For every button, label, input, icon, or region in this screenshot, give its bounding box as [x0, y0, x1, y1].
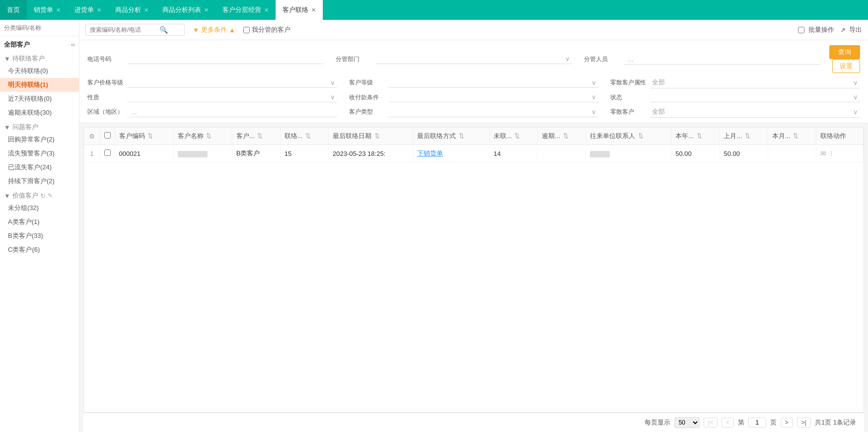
sort-icon[interactable]: ⇅: [206, 132, 212, 140]
customer-type-select[interactable]: ∨: [389, 107, 599, 117]
sidebar-item-today-pending[interactable]: 今天待联络(0): [0, 64, 79, 78]
sidebar-item-churn-warning[interactable]: 流失预警客户(3): [0, 146, 79, 160]
row-no-contact-days: 14: [489, 145, 537, 162]
setting-button[interactable]: 设置: [832, 59, 860, 73]
nav-item-customer-contact[interactable]: 客户联络 ✕: [276, 0, 323, 20]
row-actions: ✉ ⁝: [816, 145, 863, 162]
more-icon[interactable]: ...: [131, 108, 137, 116]
select-all-checkbox[interactable]: [104, 132, 111, 139]
filter-row-3: 性质 ∨ 收付款条件 ∨ 状态: [87, 92, 860, 102]
sort-icon[interactable]: ⇅: [638, 132, 644, 140]
nav-item-product-analysis-list[interactable]: 商品分析列表 ✕: [155, 0, 216, 20]
nav-item-customer-tier[interactable]: 客户分层经营 ✕: [216, 0, 276, 20]
sort-icon[interactable]: ⇅: [745, 132, 750, 140]
search-icon[interactable]: 🔍: [159, 26, 168, 34]
page-size-select[interactable]: 50 100 200: [674, 417, 700, 428]
last-page-button[interactable]: >|: [797, 418, 811, 428]
sidebar-item-ungrouped[interactable]: 未分组(32): [0, 201, 79, 215]
sidebar-item-class-a[interactable]: A类客户(1): [0, 215, 79, 229]
sort-icon[interactable]: ⇅: [514, 132, 520, 140]
batch-check[interactable]: [798, 27, 804, 33]
price-level-select[interactable]: ∨: [127, 78, 337, 88]
filter-row-4: 区域（地区） ... 客户类型 ∨ 零散客户: [87, 106, 860, 118]
retail-customer-select[interactable]: 全部 ∨: [650, 106, 860, 118]
sidebar: 🔍 全部客户 ‹‹ ▼ 待联络客户 今天待联络(0) 明天待联络(1) 近7天待…: [0, 20, 79, 432]
sort-icon[interactable]: ⇅: [459, 132, 464, 140]
collapse-icon[interactable]: ‹‹: [71, 41, 75, 48]
col-this-year: 本年... ⇅: [671, 128, 720, 145]
filter-panel: 电话号码 分管部门 ∨ 分管人员 ...: [79, 40, 868, 123]
col-settings[interactable]: ⚙: [84, 128, 100, 145]
sort-icon[interactable]: ⇅: [257, 132, 263, 140]
sidebar-search-area: 🔍: [0, 20, 79, 36]
sidebar-item-overdue-contact[interactable]: 逾期未联络(30): [0, 106, 79, 120]
row-select-checkbox[interactable]: [104, 149, 111, 156]
more-filter-button[interactable]: ▼ 更多条件 ▲: [189, 24, 239, 36]
payment-select[interactable]: ∨: [389, 92, 599, 102]
sidebar-item-churned[interactable]: 已流失客户(24): [0, 160, 79, 174]
sort-icon[interactable]: ⇅: [697, 132, 702, 140]
refresh-icon[interactable]: ↻: [40, 192, 46, 200]
nature-select[interactable]: ∨: [127, 92, 337, 102]
row-num: 1: [84, 145, 100, 162]
status-select[interactable]: ∨: [650, 92, 860, 102]
nav-item-purchase[interactable]: 进货单 ✕: [68, 0, 108, 20]
filter-row-1: 电话号码 分管部门 ∨ 分管人员 ...: [87, 45, 860, 73]
col-no-contact-days: 未联... ⇅: [489, 128, 537, 145]
sort-icon[interactable]: ⇅: [305, 132, 311, 140]
sidebar-item-class-b[interactable]: B类客户(33): [0, 229, 79, 243]
main-layout: 🔍 全部客户 ‹‹ ▼ 待联络客户 今天待联络(0) 明天待联络(1) 近7天待…: [0, 20, 868, 432]
sidebar-search-input[interactable]: [4, 24, 78, 31]
row-this-year: 50.00: [671, 145, 720, 162]
row-contact-person: [586, 145, 671, 162]
sort-icon[interactable]: ⇅: [563, 132, 569, 140]
prev-page-button[interactable]: <: [722, 418, 734, 428]
sidebar-item-tomorrow-pending[interactable]: 明天待联络(1): [0, 78, 79, 92]
sidebar-item-repurchase-abnormal[interactable]: 回购异常客户(2): [0, 133, 79, 146]
nav-item-sales[interactable]: 销货单 ✕: [27, 0, 68, 20]
my-customers-checkbox[interactable]: 我分管的客户: [243, 25, 290, 34]
phone-input[interactable]: [127, 55, 324, 64]
table-row: 1 000021 B类客户: [84, 145, 864, 162]
sort-icon[interactable]: ⇅: [374, 132, 380, 140]
batch-op-button[interactable]: 批量操作: [798, 25, 834, 34]
more-icon[interactable]: ...: [628, 55, 634, 63]
retail-attr-select[interactable]: 全部 ∨: [650, 77, 860, 88]
customer-level-select[interactable]: ∨: [389, 78, 599, 88]
sidebar-item-declining[interactable]: 持续下滑客户(2): [0, 174, 79, 188]
page-label: 页: [770, 418, 777, 427]
sidebar-item-class-c[interactable]: C类客户(6): [0, 243, 79, 257]
sort-icon[interactable]: ⇅: [793, 132, 798, 140]
problem-group-label: ▼ 问题客户: [0, 120, 79, 133]
settings-icon[interactable]: ⚙: [89, 133, 95, 140]
filter-cell-manager: 分管人员 ...: [584, 54, 820, 65]
content-area: 🔍 ▼ 更多条件 ▲ 我分管的客户 批量操作 ↗ 导出: [79, 20, 868, 432]
nav-item-home[interactable]: 首页: [0, 0, 27, 20]
query-button[interactable]: 查询: [829, 45, 860, 59]
close-icon[interactable]: ✕: [204, 7, 209, 13]
hidden-name: [178, 151, 208, 157]
next-page-button[interactable]: >: [781, 418, 793, 428]
close-icon[interactable]: ✕: [311, 7, 316, 13]
more-action-icon[interactable]: ⁝: [830, 149, 832, 157]
dept-select[interactable]: ∨: [375, 54, 572, 64]
sidebar-item-7days-pending[interactable]: 近7天待联络(0): [0, 92, 79, 106]
contact-action-icon[interactable]: ✉: [820, 149, 826, 157]
contact-method-link[interactable]: 下销货单: [417, 149, 443, 157]
export-button[interactable]: ↗ 导出: [840, 25, 862, 34]
close-icon[interactable]: ✕: [144, 7, 148, 13]
search-input[interactable]: [90, 26, 159, 33]
sort-icon[interactable]: ⇅: [147, 132, 153, 140]
close-icon[interactable]: ✕: [56, 7, 61, 13]
page-number-input[interactable]: [748, 418, 766, 428]
region-select[interactable]: ...: [127, 107, 337, 117]
close-icon[interactable]: ✕: [264, 7, 269, 13]
first-page-button[interactable]: |<: [704, 418, 718, 428]
edit-icon[interactable]: ✎: [48, 192, 53, 199]
filter-cell-price-level: 客户价格等级 ∨: [87, 78, 337, 88]
close-icon[interactable]: ✕: [97, 7, 101, 13]
nav-item-product-analysis[interactable]: 商品分析 ✕: [108, 0, 155, 20]
filter-icon: ▼: [193, 26, 199, 34]
my-customers-check[interactable]: [243, 27, 250, 33]
manager-select[interactable]: ...: [624, 54, 820, 65]
